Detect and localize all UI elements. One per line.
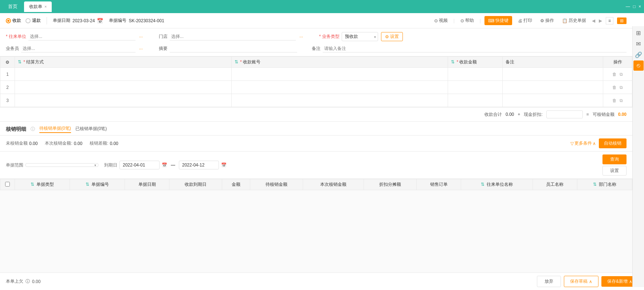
- help-btn[interactable]: ⊙ 帮助: [458, 17, 476, 24]
- sort-icon2[interactable]: ⇅: [235, 59, 238, 64]
- operation-icon: ⚙: [540, 18, 544, 23]
- print-icon: 🖨: [518, 18, 522, 23]
- account-cell-3[interactable]: [231, 94, 448, 107]
- store-label: 门店: [159, 34, 168, 40]
- summary-input[interactable]: [170, 45, 297, 52]
- form-settings-btn[interactable]: ⚙ 设置: [381, 32, 403, 41]
- staff-input[interactable]: [21, 45, 136, 52]
- amount-cell-2[interactable]: [448, 81, 503, 94]
- date-from-input[interactable]: [119, 161, 160, 169]
- info-icon[interactable]: ⓘ: [31, 126, 35, 132]
- checkbox-header[interactable]: [0, 179, 15, 190]
- shortcut-btn[interactable]: ⌨ 快捷键: [484, 16, 512, 25]
- minimize-btn[interactable]: —: [626, 4, 630, 9]
- account-cell-1[interactable]: [231, 68, 448, 81]
- remark-cell-2[interactable]: [503, 81, 603, 94]
- info-circle-icon: ⓘ: [25, 278, 30, 285]
- radio-refund[interactable]: 退款: [25, 17, 41, 24]
- select-all-checkbox[interactable]: [5, 182, 10, 187]
- copy-icon-3[interactable]: ⧉: [620, 98, 623, 103]
- amount-cell-1[interactable]: [448, 68, 503, 81]
- sidebar-table-icon[interactable]: ⊞: [633, 28, 644, 38]
- bottom-bar: 本单上欠 ⓘ 0.00 放弃 保存草稿 ∧ 保存&新增 ∧: [0, 273, 644, 290]
- print-btn[interactable]: 🖨 打印: [516, 17, 534, 24]
- amount-cell-3[interactable]: [448, 94, 503, 107]
- biz-type-select[interactable]: 预收款: [342, 32, 378, 41]
- auto-verify-btn[interactable]: 自动核销: [599, 138, 627, 148]
- unit-input[interactable]: [28, 33, 136, 40]
- history-btn[interactable]: 📋 历史单据: [560, 17, 588, 24]
- list-view-btn[interactable]: ≡: [606, 17, 613, 24]
- bottom-value: 0.00: [32, 279, 40, 284]
- sidebar-mail-icon[interactable]: ✉: [633, 39, 644, 49]
- tab-close-btn[interactable]: ×: [44, 4, 47, 9]
- sort-partner[interactable]: ⇅: [481, 182, 484, 187]
- filter-settings-btn[interactable]: 设置: [602, 166, 627, 176]
- date-separator: —: [171, 162, 175, 168]
- store-input[interactable]: [170, 33, 296, 40]
- calendar-from-icon[interactable]: 📅: [162, 162, 167, 168]
- range-select[interactable]: [25, 163, 98, 167]
- sort-doc-type[interactable]: ⇅: [31, 182, 34, 187]
- calendar-to-icon[interactable]: 📅: [221, 162, 227, 168]
- pending-tab[interactable]: 待核销单据(0笔): [39, 125, 71, 133]
- copy-icon-1[interactable]: ⧉: [620, 72, 623, 77]
- actions-cell-1: 🗑 ⧉: [603, 68, 632, 81]
- radio-receipt[interactable]: 收款: [6, 17, 21, 24]
- sort-icon3[interactable]: ⇅: [451, 59, 455, 64]
- doc-type-header: ⇅ 单据类型: [15, 179, 70, 190]
- maximize-btn[interactable]: □: [633, 4, 636, 9]
- video-btn[interactable]: ⊙ 视频: [432, 17, 450, 24]
- copy-icon-2[interactable]: ⧉: [620, 85, 623, 90]
- delete-icon-3[interactable]: 🗑: [612, 98, 617, 103]
- number-field: 单据编号 SK-20230324-001: [109, 17, 164, 24]
- sort-icon[interactable]: ⇅: [18, 59, 21, 64]
- payment-table: ⚙ ⇅ * 结算方式 ⇅ * 收款账号 ⇅ * 收款: [0, 56, 632, 107]
- delete-icon-2[interactable]: 🗑: [612, 85, 617, 90]
- biz-type-value[interactable]: 预收款: [342, 32, 378, 41]
- remark-cell-1[interactable]: [503, 68, 603, 81]
- unit-ellipsis[interactable]: ···: [138, 34, 144, 39]
- radio-receipt-label: 收款: [12, 17, 21, 24]
- sidebar-screenshot-icon[interactable]: ⎋: [633, 60, 644, 71]
- equals-sign: =: [586, 112, 589, 117]
- range-select-box[interactable]: [25, 163, 98, 167]
- remark-cell-3[interactable]: [503, 94, 603, 107]
- settings-icon: ⚙: [5, 60, 9, 65]
- grid-view-btn[interactable]: ⊞: [617, 17, 627, 24]
- current-header: 本次核销金额: [303, 179, 364, 190]
- staff-ellipsis[interactable]: ···: [138, 46, 144, 51]
- operation-btn[interactable]: ⚙ 操作: [538, 17, 556, 24]
- settings-header[interactable]: ⚙: [0, 57, 15, 68]
- close-btn[interactable]: ×: [639, 4, 641, 9]
- tab-active[interactable]: 收款单 ×: [24, 1, 52, 12]
- staff-field: 业务员 ···: [6, 45, 144, 52]
- payment-method-cell-2[interactable]: [15, 81, 232, 94]
- delete-icon-1[interactable]: 🗑: [612, 72, 617, 77]
- query-btn[interactable]: 查询: [602, 154, 627, 164]
- discount-input[interactable]: [546, 110, 583, 118]
- sidebar-link-icon[interactable]: 🔗: [633, 50, 644, 60]
- payment-method-cell-1[interactable]: [15, 68, 232, 81]
- payment-method-cell-3[interactable]: [15, 94, 232, 107]
- store-ellipsis[interactable]: ···: [298, 34, 305, 39]
- tab-home[interactable]: 首页: [3, 1, 23, 12]
- completed-tab[interactable]: 已核销单据(0笔): [75, 126, 107, 133]
- dept-header: ⇅ 部门名称: [577, 179, 632, 190]
- actions-cell-3: 🗑 ⧉: [603, 94, 632, 107]
- sort-dept[interactable]: ⇅: [593, 182, 597, 187]
- date-value: 2023-03-24: [72, 18, 95, 23]
- save-draft-btn[interactable]: 保存草稿 ∧: [564, 276, 598, 287]
- account-cell-2[interactable]: [231, 81, 448, 94]
- more-filter-btn[interactable]: ▽ 更多条件 ∧: [570, 140, 596, 146]
- remark-input[interactable]: [323, 45, 627, 52]
- biz-type-field: * 业务类型 预收款: [319, 32, 378, 41]
- calendar-icon[interactable]: 📅: [97, 18, 103, 24]
- sort-doc-num[interactable]: ⇅: [86, 182, 89, 187]
- date-label: 单据日期: [53, 17, 70, 24]
- abandon-btn[interactable]: 放弃: [537, 276, 561, 287]
- date-to-input[interactable]: [179, 161, 219, 169]
- account-header: ⇅ * 收款账号: [231, 57, 448, 68]
- diff-stat: 核销差额: 0.00: [90, 140, 118, 146]
- help-icon: ⊙: [460, 18, 464, 23]
